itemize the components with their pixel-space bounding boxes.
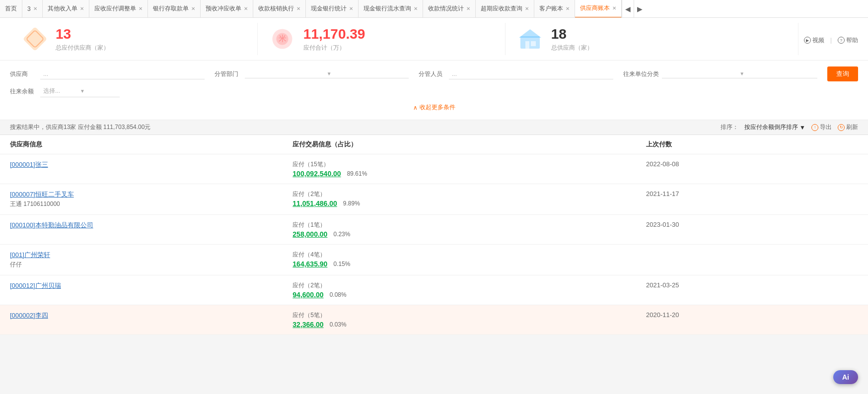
balance-select[interactable]: 选择... ▼: [40, 85, 120, 97]
filter-item-balance: 往来余额 选择... ▼: [10, 85, 434, 97]
nav-tab-other-income[interactable]: 其他收入单 ✕: [43, 0, 89, 18]
close-icon[interactable]: ✕: [33, 6, 37, 11]
nav-tab-bank[interactable]: 银行存取款单 ✕: [148, 0, 201, 18]
supplier-link-1[interactable]: [000001]张三: [10, 160, 292, 169]
last-payment-cell-1: 2022-08-08: [646, 160, 858, 168]
transaction-percent-5: 0.08%: [330, 291, 347, 298]
table-row: [000007]恒旺二手叉车 王通 17106110000 应付（2笔） 11,…: [0, 184, 868, 215]
nav-tab-3[interactable]: 3 ✕: [22, 0, 43, 18]
nav-scroll-right[interactable]: ▶: [634, 0, 646, 18]
refresh-button[interactable]: ↻ 刷新: [838, 123, 858, 131]
collapse-bar[interactable]: ∧ 收起更多条件: [10, 101, 858, 114]
nav-scroll-left[interactable]: ◀: [622, 0, 634, 18]
col-header-transaction: 应付交易信息（占比）: [292, 140, 646, 149]
help-icon: ?: [838, 37, 845, 44]
supplier-link-5[interactable]: [000012]广州贝瑞: [10, 281, 292, 290]
supplier-cell: [000012]广州贝瑞: [10, 281, 292, 290]
close-icon[interactable]: ✕: [566, 6, 570, 11]
summary-item-payable-total: 米 11,170.39 应付合计（万）: [258, 23, 506, 55]
close-icon[interactable]: ✕: [80, 6, 84, 11]
close-icon[interactable]: ✕: [139, 6, 143, 11]
close-icon[interactable]: ✕: [244, 6, 248, 11]
balance-select-value: 选择...: [43, 87, 80, 95]
export-button[interactable]: ↑ 导出: [811, 123, 832, 131]
total-suppliers-label: 总供应商（家）: [551, 44, 593, 52]
transaction-amount-2[interactable]: 11,051,486.00: [292, 199, 337, 207]
chevron-down-icon: ▼: [799, 124, 805, 131]
close-icon[interactable]: ✕: [191, 6, 195, 11]
supplier-link-2[interactable]: [000007]恒旺二手叉车: [10, 190, 292, 199]
sort-select[interactable]: 按应付余额倒序排序 ▼: [744, 123, 805, 131]
close-icon[interactable]: ✕: [612, 5, 616, 11]
nav-tab-overdue[interactable]: 超期应收款查询 ✕: [476, 0, 534, 18]
video-link[interactable]: ▶ 视频: [804, 36, 824, 45]
result-bar: 搜索结果中，供应商13家 应付金额 111,703,854.00元 排序： 按应…: [0, 120, 868, 135]
close-icon[interactable]: ✕: [296, 6, 300, 11]
nav-tab-cash-stat[interactable]: 现金银行统计 ✕: [306, 0, 359, 18]
svg-rect-8: [531, 41, 536, 46]
transaction-amount-1[interactable]: 100,092,540.00: [292, 170, 341, 178]
svg-marker-6: [519, 29, 541, 38]
nav-tab-customer-book[interactable]: 客户账本 ✕: [534, 0, 575, 18]
supplier-link-4[interactable]: [001]广州荣轩: [10, 251, 292, 260]
supplier-sub-4: 仔仔: [10, 261, 292, 269]
transaction-amount-6[interactable]: 32,366.00: [292, 321, 323, 328]
dept-filter-label: 分管部门: [215, 70, 242, 78]
nav-tab-receipt-stat[interactable]: 收款情况统计 ✕: [423, 0, 476, 18]
supplier-input[interactable]: [40, 69, 205, 79]
total-suppliers-value: 18: [551, 26, 593, 43]
table-row: [000100]本特勤油品有限公司 应付（1笔） 258,000.00 0.23…: [0, 215, 868, 245]
last-payment-cell-6: 2020-11-20: [646, 311, 858, 319]
video-icon: ▶: [804, 37, 811, 44]
table-row: [000001]张三 应付（15笔） 100,092,540.00 89.61%…: [0, 154, 868, 184]
last-payment-cell-5: 2021-03-25: [646, 281, 858, 289]
last-payment-cell-3: 2023-01-30: [646, 221, 858, 228]
result-info: 搜索结果中，供应商13家 应付金额 111,703,854.00元: [10, 123, 160, 131]
store-icon: [515, 25, 545, 53]
nav-tab-adjustment[interactable]: 应收应付调整单 ✕: [89, 0, 148, 18]
filter-item-person: 分管人员: [419, 69, 613, 79]
result-actions: 排序： 按应付余额倒序排序 ▼ ↑ 导出 ↻ 刷新: [721, 123, 858, 131]
nav-tab-home[interactable]: 首页: [0, 0, 22, 18]
summary-links: ▶ 视频 | ? 帮助: [798, 34, 858, 45]
person-input[interactable]: [449, 69, 613, 79]
category-select[interactable]: ▼: [662, 69, 818, 78]
diamond-icon: [20, 25, 50, 53]
data-table: 供应商信息 应付交易信息（占比） 上次付数 [000001]张三 应付（15笔）…: [0, 135, 868, 335]
table-row: [001]广州荣轩 仔仔 应付（4笔） 164,635.90 0.15%: [0, 245, 868, 275]
filter-item-supplier: 供应商: [10, 69, 205, 79]
dept-select[interactable]: ▼: [245, 69, 409, 78]
nav-tab-supplier-book[interactable]: 供应商账本 ✕: [575, 0, 622, 18]
nav-tab-verify[interactable]: 收款核销执行 ✕: [253, 0, 306, 18]
category-filter-label: 往来单位分类: [623, 70, 659, 78]
export-label: 导出: [820, 123, 832, 131]
chevron-up-icon: ∧: [413, 104, 418, 111]
export-icon: ↑: [811, 124, 818, 131]
summary-bar: 13 总应付供应商（家） 米 11,170.39 应付合计（万）: [0, 18, 868, 61]
transaction-cell-1: 应付（15笔） 100,092,540.00 89.61%: [292, 160, 646, 178]
transaction-percent-3: 0.23%: [333, 231, 350, 238]
svg-rect-5: [520, 36, 540, 49]
close-icon[interactable]: ✕: [466, 6, 470, 11]
supplier-link-3[interactable]: [000100]本特勤油品有限公司: [10, 221, 292, 230]
main-content: 供应商信息 应付交易信息（占比） 上次付数 [000001]张三 应付（15笔）…: [0, 135, 868, 335]
transaction-amount-4[interactable]: 164,635.90: [292, 260, 327, 268]
help-link[interactable]: ? 帮助: [838, 36, 858, 45]
nav-tab-cash-query[interactable]: 现金银行流水查询 ✕: [359, 0, 423, 18]
close-icon[interactable]: ✕: [414, 6, 418, 11]
query-button[interactable]: 查询: [827, 66, 858, 81]
summary-text-3: 18 总供应商（家）: [551, 26, 593, 52]
nav-tab-prepaid[interactable]: 预收冲应收单 ✕: [201, 0, 253, 18]
close-icon[interactable]: ✕: [525, 6, 529, 11]
supplier-link-6[interactable]: [000002]李四: [10, 311, 292, 320]
svg-rect-7: [525, 41, 529, 49]
transaction-amount-5[interactable]: 94,600.00: [292, 291, 323, 299]
transaction-amount-3[interactable]: 258,000.00: [292, 230, 327, 238]
payable-total-label: 应付合计（万）: [303, 44, 365, 52]
supplier-cell: [000100]本特勤油品有限公司: [10, 221, 292, 230]
supplier-cell: [000007]恒旺二手叉车 王通 17106110000: [10, 190, 292, 208]
transaction-percent-2: 9.89%: [343, 200, 360, 207]
summary-item-payable-suppliers: 13 总应付供应商（家）: [10, 23, 258, 55]
chevron-down-icon: ▼: [739, 71, 814, 76]
close-icon[interactable]: ✕: [349, 6, 353, 11]
